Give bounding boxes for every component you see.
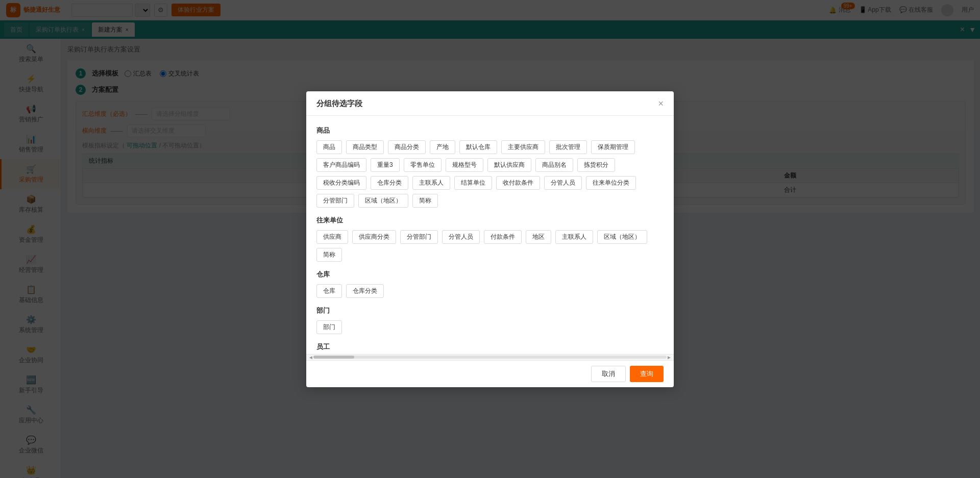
section-goods-fields: 商品 商品类型 商品分类 产地 默认仓库 主要供应商 批次管理 保质期管理 客户… xyxy=(316,140,664,208)
section-goods-title: 商品 xyxy=(316,126,664,135)
modal-body: 商品 商品 商品类型 商品分类 产地 默认仓库 主要供应商 批次管理 保质期管理… xyxy=(306,116,674,354)
field-tag[interactable]: 供应商分类 xyxy=(352,230,396,244)
section-warehouse-title: 仓库 xyxy=(316,270,664,279)
field-tag[interactable]: 默认供应商 xyxy=(487,158,531,172)
field-tag[interactable]: 部门 xyxy=(316,320,342,334)
modal-close-button[interactable]: × xyxy=(658,98,664,109)
field-tag[interactable]: 批次管理 xyxy=(549,140,587,154)
section-goods: 商品 商品 商品类型 商品分类 产地 默认仓库 主要供应商 批次管理 保质期管理… xyxy=(316,126,664,208)
section-dept-title: 部门 xyxy=(316,306,664,315)
section-partner: 往来单位 供应商 供应商分类 分管部门 分管人员 付款条件 地区 主联系人 区域… xyxy=(316,216,664,262)
field-tag[interactable]: 仓库 xyxy=(316,284,342,298)
field-tag[interactable]: 主联系人 xyxy=(412,176,450,190)
field-tag[interactable]: 区域（地区） xyxy=(597,230,647,244)
modal-hscrollbar: ◄ ► xyxy=(306,354,674,360)
field-tag[interactable]: 主要供应商 xyxy=(501,140,545,154)
field-tag[interactable]: 付款条件 xyxy=(484,230,522,244)
field-tag[interactable]: 商品 xyxy=(316,140,342,154)
section-warehouse: 仓库 仓库 仓库分类 xyxy=(316,270,664,298)
section-partner-fields: 供应商 供应商分类 分管部门 分管人员 付款条件 地区 主联系人 区域（地区） … xyxy=(316,230,664,262)
section-employee: 员工 业务员 xyxy=(316,342,664,354)
field-tag[interactable]: 保质期管理 xyxy=(591,140,635,154)
section-warehouse-fields: 仓库 仓库分类 xyxy=(316,284,664,298)
cancel-button[interactable]: 取消 xyxy=(591,366,626,382)
scroll-right-arrow[interactable]: ► xyxy=(667,355,672,360)
field-tag[interactable]: 拣货积分 xyxy=(577,158,615,172)
field-tag[interactable]: 分管部门 xyxy=(316,194,354,208)
hscroll-thumb[interactable] xyxy=(313,356,354,359)
section-employee-title: 员工 xyxy=(316,342,664,351)
field-tag[interactable]: 主联系人 xyxy=(555,230,593,244)
section-dept-fields: 部门 xyxy=(316,320,664,334)
field-tag[interactable]: 简称 xyxy=(316,248,342,262)
field-tag[interactable]: 结算单位 xyxy=(454,176,492,190)
field-tag[interactable]: 重量3 xyxy=(371,158,400,172)
modal-footer: 取消 查询 xyxy=(306,360,674,387)
section-dept: 部门 部门 xyxy=(316,306,664,334)
field-tag[interactable]: 仓库分类 xyxy=(371,176,408,190)
scroll-left-arrow[interactable]: ◄ xyxy=(308,355,313,360)
modal-title: 分组待选字段 xyxy=(316,99,362,109)
field-tag[interactable]: 税收分类编码 xyxy=(316,176,366,190)
field-tag[interactable]: 仓库分类 xyxy=(346,284,384,298)
field-tag[interactable]: 收付款条件 xyxy=(496,176,540,190)
modal-header: 分组待选字段 × xyxy=(306,91,674,116)
field-tag[interactable]: 商品别名 xyxy=(535,158,573,172)
field-tag[interactable]: 分管人员 xyxy=(442,230,480,244)
field-tag[interactable]: 分管人员 xyxy=(544,176,582,190)
section-partner-title: 往来单位 xyxy=(316,216,664,225)
field-tag[interactable]: 零售单位 xyxy=(404,158,442,172)
field-tag[interactable]: 地区 xyxy=(526,230,551,244)
confirm-button[interactable]: 查询 xyxy=(630,366,664,382)
field-tag[interactable]: 分管部门 xyxy=(400,230,438,244)
hscroll-track xyxy=(313,356,667,359)
field-tag[interactable]: 往来单位分类 xyxy=(586,176,636,190)
field-tag[interactable]: 规格型号 xyxy=(446,158,483,172)
field-tag[interactable]: 区域（地区） xyxy=(358,194,408,208)
field-tag[interactable]: 简称 xyxy=(412,194,438,208)
modal-dialog: 分组待选字段 × 商品 商品 商品类型 商品分类 产地 默认仓库 主要供应商 批… xyxy=(306,91,674,387)
field-tag[interactable]: 商品类型 xyxy=(346,140,384,154)
field-tag[interactable]: 默认仓库 xyxy=(459,140,497,154)
field-tag[interactable]: 商品分类 xyxy=(388,140,426,154)
field-tag[interactable]: 客户商品编码 xyxy=(316,158,366,172)
field-tag[interactable]: 供应商 xyxy=(316,230,348,244)
field-tag[interactable]: 产地 xyxy=(430,140,455,154)
